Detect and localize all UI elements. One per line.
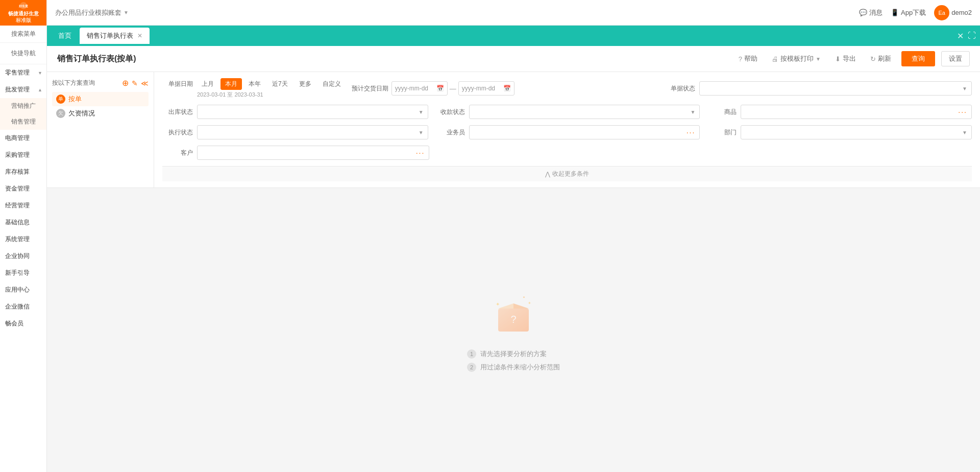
period-this-month[interactable]: 本月 (220, 78, 242, 90)
sidebar-item-quick[interactable]: 快捷导航 (0, 45, 46, 62)
help-btn[interactable]: ? 帮助 (734, 52, 762, 65)
sidebar-item-wholesale[interactable]: 批发管理 (0, 81, 46, 98)
exec-status-arrow-icon: ▼ (419, 130, 424, 135)
predict-date-end[interactable]: yyyy-mm-dd 📅 (458, 81, 514, 96)
maximize-icon[interactable]: ⛶ (968, 31, 976, 40)
export-icon: ⬇ (835, 55, 841, 63)
page-header: 销售订单执行表(按单) ? 帮助 🖨 按模板打印 ▼ ⬇ 导出 ↻ 刷新 (47, 46, 980, 72)
filter-left: 按以下方案查询 ⊕ ✎ ≪ 单 按单 欠 欠资情况 (47, 72, 154, 187)
recv-status-arrow-icon: ▼ (690, 109, 695, 115)
sidebar-item-sales[interactable]: 销售管理 (0, 114, 46, 130)
sidebar-quick-nav: 快捷导航 (0, 43, 46, 64)
date-range-display: 2023-03-01 至 2023-03-31 (197, 91, 263, 99)
sidebar-menu: 零售管理 批发管理 营销推广 销售管理 电商管理 采购管理 库存核算 资金管理 … (0, 64, 46, 332)
refresh-label: 刷新 (878, 54, 891, 63)
filter-field-exec-status: 执行状态 ▼ (162, 125, 428, 139)
add-plan-icon[interactable]: ⊕ (122, 78, 129, 88)
refresh-btn[interactable]: ↻ 刷新 (866, 52, 895, 65)
sidebar-item-enterprise[interactable]: 企业协同 (0, 248, 46, 265)
sidebar-search[interactable]: 搜索菜单 (0, 26, 46, 43)
wholesale-label: 批发管理 (5, 85, 30, 94)
logo-icon: 好生意 (16, 2, 31, 9)
dept-label: 部门 (706, 128, 737, 137)
exec-status-select[interactable]: ▼ (197, 125, 428, 139)
chevron-down-icon: ▼ (124, 10, 129, 15)
dept-select[interactable]: ▼ (741, 125, 972, 139)
svg-marker-4 (513, 303, 529, 309)
out-status-select[interactable]: ▼ (197, 105, 428, 119)
export-btn[interactable]: ⬇ 导出 (831, 52, 860, 65)
period-more[interactable]: 更多 (295, 78, 316, 90)
filter-option-antan[interactable]: 单 按单 (52, 92, 149, 106)
recv-status-select[interactable]: ▼ (469, 105, 700, 119)
retail-label: 零售管理 (5, 68, 30, 77)
period-custom[interactable]: 自定义 (318, 78, 346, 90)
tab-order-list[interactable]: 销售订单执行表 ✕ (80, 28, 150, 44)
username: demo2 (951, 9, 972, 16)
collapse-label: 收起更多条件 (552, 170, 589, 178)
goods-select[interactable]: ··· (741, 105, 972, 119)
qiankuan-icon: 欠 (56, 109, 65, 118)
customer-select[interactable]: ··· (197, 146, 429, 160)
sidebar-item-wechat[interactable]: 企业微信 (0, 298, 46, 315)
filter-field-goods: 商品 ··· (706, 105, 972, 119)
out-status-arrow-icon: ▼ (419, 109, 424, 115)
tab-home[interactable]: 首页 (51, 28, 79, 44)
sidebar-item-marketing[interactable]: 营销推广 (0, 98, 46, 114)
tab-order-list-label: 销售订单执行表 (87, 31, 133, 40)
sidebar-item-ecommerce[interactable]: 电商管理 (0, 130, 46, 147)
sidebar-item-purchase[interactable]: 采购管理 (0, 147, 46, 163)
period-this-year[interactable]: 本年 (244, 78, 265, 90)
sidebar-item-basic[interactable]: 基础信息 (0, 214, 46, 231)
msg-btn[interactable]: 💬 消息 (859, 8, 883, 17)
query-button[interactable]: 查询 (901, 51, 935, 66)
svg-text:?: ? (510, 314, 516, 325)
sidebar-item-business[interactable]: 经营管理 (0, 197, 46, 214)
goods-more-icon: ··· (958, 108, 967, 116)
predict-end-placeholder: yyyy-mm-dd (462, 85, 495, 92)
sidebar: 好生意 畅捷通好生意 标准版 搜索菜单 快捷导航 零售管理 批发管理 营销推广 … (0, 0, 47, 472)
sidebar-item-retail[interactable]: 零售管理 (0, 64, 46, 81)
status-select[interactable]: ▼ (699, 81, 972, 96)
collapse-left-icon[interactable]: ≪ (141, 79, 149, 87)
period-last-month[interactable]: 上月 (197, 78, 218, 90)
period-7days[interactable]: 近7天 (267, 78, 292, 90)
main-content: ? ✦ ✦ ✦ 1 请先选择要分析的方案 2 用过滤条件来缩小分析范围 (47, 188, 980, 472)
app-download-btn[interactable]: 📱 App下载 (891, 8, 926, 17)
app-download-label: App下载 (901, 8, 926, 17)
sidebar-item-newbie[interactable]: 新手引导 (0, 265, 46, 281)
filter-field-status: 单据状态 ▼ (665, 81, 972, 96)
filter-left-icons: ⊕ ✎ ≪ (122, 78, 149, 88)
print-label: 按模板打印 (780, 54, 814, 63)
message-icon: 💬 (859, 9, 867, 16)
print-btn[interactable]: 🖨 按模板打印 ▼ (768, 52, 825, 65)
sidebar-item-member[interactable]: 畅会员 (0, 315, 46, 332)
filter-field-date: 单据日期 上月 本月 本年 近7天 更多 自定义 2023-03-01 至 20… (162, 78, 346, 99)
system-label: 系统管理 (5, 235, 30, 244)
mobile-icon: 📱 (891, 9, 899, 16)
customer-more-icon: ··· (416, 149, 425, 157)
filter-field-dept: 部门 ▼ (706, 125, 972, 139)
content-area: 销售订单执行表(按单) ? 帮助 🖨 按模板打印 ▼ ⬇ 导出 ↻ 刷新 (47, 46, 980, 472)
dept-arrow-icon: ▼ (962, 130, 967, 135)
page-actions: ? 帮助 🖨 按模板打印 ▼ ⬇ 导出 ↻ 刷新 查询 设置 (734, 51, 970, 66)
sidebar-item-system[interactable]: 系统管理 (0, 231, 46, 248)
tabbar: 首页 销售订单执行表 ✕ ✕ ⛶ (47, 26, 980, 46)
customer-label: 客户 (162, 149, 193, 157)
edit-plan-icon[interactable]: ✎ (132, 79, 138, 87)
filter-option-qiankuan[interactable]: 欠 欠资情况 (52, 106, 149, 121)
company-selector[interactable]: 办公用品行业模拟账套 ▼ (55, 8, 129, 17)
filter-field-salesman: 业务员 ··· (434, 125, 700, 139)
sidebar-item-finance[interactable]: 资金管理 (0, 180, 46, 197)
sidebar-item-appcenter[interactable]: 应用中心 (0, 281, 46, 298)
salesman-select[interactable]: ··· (469, 125, 700, 139)
sidebar-item-inventory[interactable]: 库存核算 (0, 163, 46, 180)
finance-label: 资金管理 (5, 184, 30, 193)
close-window-icon[interactable]: ✕ (957, 31, 964, 41)
settings-button[interactable]: 设置 (941, 51, 970, 66)
collapse-button[interactable]: ⋀ 收起更多条件 (162, 166, 972, 181)
basic-label: 基础信息 (5, 218, 30, 227)
predict-date-start[interactable]: yyyy-mm-dd 📅 (391, 81, 448, 96)
user-info[interactable]: Ea demo2 (934, 5, 972, 20)
tab-close-icon[interactable]: ✕ (137, 32, 142, 39)
